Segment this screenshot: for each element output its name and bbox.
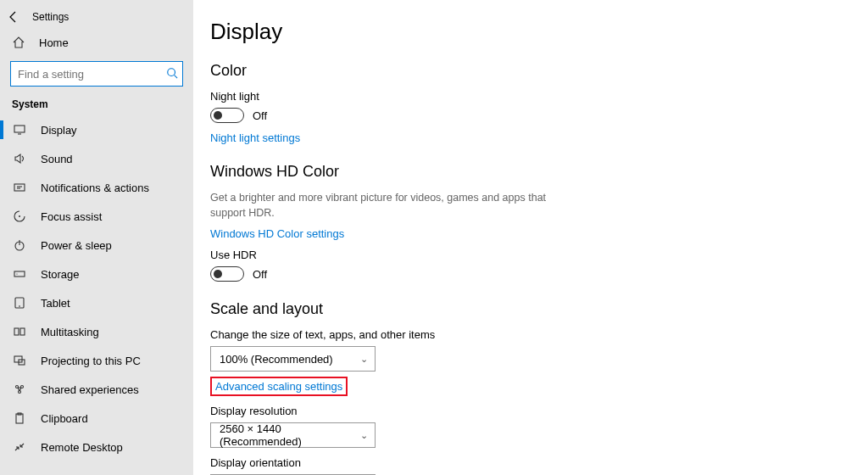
svg-point-7 bbox=[19, 215, 20, 217]
sidebar-item-label: Sound bbox=[41, 153, 73, 165]
sidebar-item-label: Display bbox=[41, 124, 77, 137]
svg-point-11 bbox=[16, 273, 17, 274]
usehdr-toggle[interactable] bbox=[210, 266, 244, 282]
window-header: Settings bbox=[0, 5, 193, 29]
field-label: Change the size of text, apps, and other… bbox=[210, 328, 868, 341]
sidebar-item-label: Projecting to this PC bbox=[41, 355, 141, 367]
tablet-icon bbox=[12, 296, 27, 310]
sidebar-item-projecting-to-this-pc[interactable]: Projecting to this PC bbox=[0, 346, 193, 375]
shared-icon bbox=[12, 383, 27, 396]
back-button[interactable] bbox=[7, 10, 20, 24]
storage-icon bbox=[12, 267, 27, 281]
chevron-down-icon: ⌄ bbox=[360, 430, 368, 441]
sidebar-item-display[interactable]: Display bbox=[0, 115, 193, 144]
field-label: Night light bbox=[210, 90, 868, 103]
sidebar-item-label: Remote Desktop bbox=[41, 441, 123, 454]
home-button[interactable]: Home bbox=[0, 29, 193, 56]
field-label: Display resolution bbox=[210, 405, 868, 417]
resolution-select[interactable]: 2560 × 1440 (Recommended) ⌄ bbox=[210, 422, 376, 448]
sidebar-item-multitasking[interactable]: Multitasking bbox=[0, 317, 193, 346]
sidebar: Settings Home System DisplaySoundNotific… bbox=[0, 0, 193, 475]
notifications-icon bbox=[12, 181, 27, 194]
field-label: Display orientation bbox=[210, 456, 868, 469]
text-size-select[interactable]: 100% (Recommended) ⌄ bbox=[210, 346, 376, 372]
home-icon bbox=[12, 36, 25, 49]
search-container bbox=[10, 61, 183, 87]
svg-rect-10 bbox=[14, 271, 25, 277]
sidebar-item-tablet[interactable]: Tablet bbox=[0, 288, 193, 317]
svg-rect-2 bbox=[14, 126, 25, 132]
project-icon bbox=[12, 354, 27, 367]
sidebar-item-sound[interactable]: Sound bbox=[0, 144, 193, 173]
svg-rect-14 bbox=[14, 328, 19, 335]
section-color: Color Night light Off Night light settin… bbox=[210, 62, 868, 144]
section-heading: Color bbox=[210, 62, 868, 80]
sidebar-item-label: Storage bbox=[41, 268, 80, 281]
toggle-state: Off bbox=[253, 268, 267, 281]
sidebar-item-focus-assist[interactable]: Focus assist bbox=[0, 202, 193, 231]
toggle-state: Off bbox=[253, 109, 267, 122]
focus-icon bbox=[12, 210, 27, 223]
svg-line-1 bbox=[175, 75, 178, 79]
sidebar-item-power-sleep[interactable]: Power & sleep bbox=[0, 231, 193, 260]
field-label: Use HDR bbox=[210, 249, 868, 261]
section-desc: Get a brighter and more vibrant picture … bbox=[210, 191, 566, 221]
remote-icon bbox=[12, 440, 27, 454]
power-icon bbox=[12, 238, 27, 252]
home-label: Home bbox=[39, 36, 69, 49]
svg-point-0 bbox=[168, 69, 175, 76]
svg-rect-15 bbox=[20, 328, 25, 335]
page-title: Display bbox=[210, 19, 868, 45]
sidebar-item-label: Power & sleep bbox=[41, 239, 112, 252]
section-scale: Scale and layout Change the size of text… bbox=[210, 300, 868, 475]
main-content: Display Color Night light Off Night ligh… bbox=[193, 0, 868, 475]
sidebar-item-storage[interactable]: Storage bbox=[0, 260, 193, 288]
nightlight-settings-link[interactable]: Night light settings bbox=[210, 131, 300, 144]
svg-rect-21 bbox=[16, 414, 23, 423]
group-header: System bbox=[0, 95, 193, 115]
svg-rect-4 bbox=[14, 184, 25, 191]
arrow-left-icon bbox=[7, 10, 20, 24]
select-value: 2560 × 1440 (Recommended) bbox=[220, 422, 360, 448]
sidebar-item-shared-experiences[interactable]: Shared experiences bbox=[0, 375, 193, 404]
section-heading: Scale and layout bbox=[210, 300, 868, 318]
section-hdcolor: Windows HD Color Get a brighter and more… bbox=[210, 163, 868, 282]
hdcolor-settings-link[interactable]: Windows HD Color settings bbox=[210, 227, 344, 240]
window-title: Settings bbox=[32, 11, 69, 23]
sidebar-item-label: Focus assist bbox=[41, 210, 102, 223]
sidebar-item-label: Shared experiences bbox=[41, 383, 139, 396]
search-icon bbox=[166, 67, 178, 79]
display-icon bbox=[12, 123, 27, 137]
sidebar-item-label: Tablet bbox=[41, 297, 70, 310]
sidebar-item-label: Multitasking bbox=[41, 326, 99, 338]
nightlight-toggle[interactable] bbox=[210, 108, 244, 123]
sidebar-item-label: Clipboard bbox=[41, 412, 88, 425]
clipboard-icon bbox=[12, 411, 27, 425]
multitasking-icon bbox=[12, 325, 27, 338]
sound-icon bbox=[12, 152, 27, 165]
advanced-scaling-link[interactable]: Advanced scaling settings bbox=[210, 377, 348, 396]
sidebar-item-label: Notifications & actions bbox=[41, 182, 149, 194]
search-input[interactable] bbox=[10, 61, 183, 87]
sidebar-item-clipboard[interactable]: Clipboard bbox=[0, 404, 193, 433]
sidebar-item-remote-desktop[interactable]: Remote Desktop bbox=[0, 433, 193, 461]
chevron-down-icon: ⌄ bbox=[360, 354, 368, 365]
section-heading: Windows HD Color bbox=[210, 163, 868, 181]
select-value: 100% (Recommended) bbox=[220, 353, 333, 366]
sidebar-item-notifications-actions[interactable]: Notifications & actions bbox=[0, 173, 193, 202]
